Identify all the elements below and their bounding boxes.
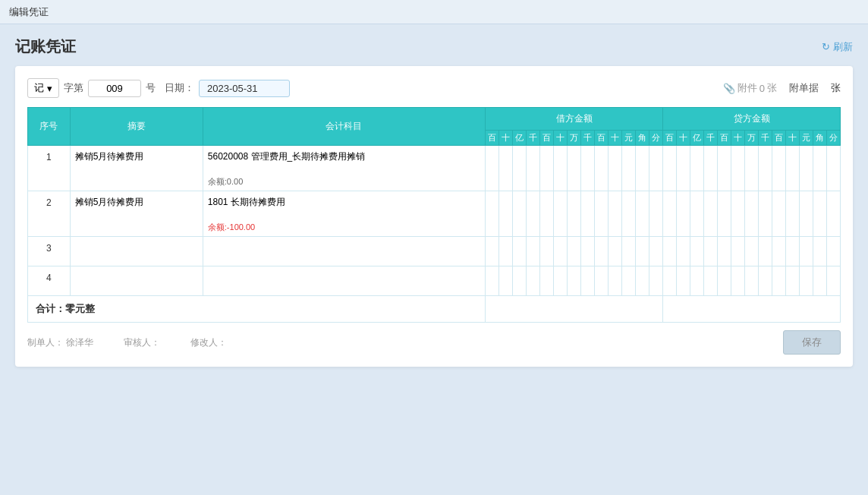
- credit-cell-2-5[interactable]: [731, 237, 745, 266]
- debit-cell-1-0[interactable]: [486, 191, 499, 237]
- debit-cell-3-10[interactable]: [622, 266, 636, 296]
- credit-cell-1-10[interactable]: [800, 191, 813, 237]
- debit-cell-3-7[interactable]: [581, 266, 595, 296]
- credit-cell-2-12[interactable]: [827, 237, 841, 266]
- credit-cell-3-12[interactable]: [827, 266, 841, 296]
- save-button[interactable]: 保存: [783, 330, 841, 355]
- debit-cell-0-5[interactable]: [554, 146, 568, 191]
- credit-cell-2-11[interactable]: [813, 237, 827, 266]
- credit-cell-3-8[interactable]: [772, 266, 786, 296]
- debit-cell-1-6[interactable]: [568, 191, 581, 237]
- credit-cell-1-7[interactable]: [759, 191, 772, 237]
- credit-cell-2-2[interactable]: [690, 237, 704, 266]
- debit-cell-2-4[interactable]: [540, 237, 554, 266]
- debit-cell-0-9[interactable]: [609, 146, 622, 191]
- table-row[interactable]: 2摊销5月待摊费用1801 长期待摊费用余额:-100.00: [28, 191, 841, 237]
- debit-cell-2-2[interactable]: [513, 237, 527, 266]
- debit-cell-0-7[interactable]: [581, 146, 595, 191]
- table-row[interactable]: 3: [28, 237, 841, 266]
- credit-cell-1-3[interactable]: [704, 191, 718, 237]
- credit-cell-0-8[interactable]: [772, 146, 786, 191]
- refresh-button[interactable]: ↻ 刷新: [822, 40, 853, 54]
- debit-cell-0-1[interactable]: [499, 146, 513, 191]
- credit-cell-3-7[interactable]: [759, 266, 772, 296]
- credit-cell-3-4[interactable]: [718, 266, 731, 296]
- debit-cell-2-6[interactable]: [568, 237, 581, 266]
- debit-cell-3-0[interactable]: [486, 266, 499, 296]
- debit-cell-3-5[interactable]: [554, 266, 568, 296]
- debit-cell-1-2[interactable]: [513, 191, 527, 237]
- credit-cell-1-1[interactable]: [677, 191, 690, 237]
- ji-select[interactable]: 记 ▾: [27, 78, 59, 98]
- zidi-input[interactable]: [88, 80, 141, 97]
- credit-cell-3-2[interactable]: [690, 266, 704, 296]
- debit-cell-1-4[interactable]: [540, 191, 554, 237]
- credit-cell-2-1[interactable]: [677, 237, 690, 266]
- date-input[interactable]: [199, 80, 290, 97]
- row-account-1[interactable]: 1801 长期待摊费用余额:-100.00: [203, 191, 485, 237]
- credit-cell-3-0[interactable]: [663, 266, 677, 296]
- credit-cell-2-10[interactable]: [800, 237, 813, 266]
- credit-cell-0-1[interactable]: [677, 146, 690, 191]
- debit-cell-1-7[interactable]: [581, 191, 595, 237]
- debit-cell-0-6[interactable]: [568, 146, 581, 191]
- credit-cell-3-9[interactable]: [786, 266, 800, 296]
- credit-cell-3-10[interactable]: [800, 266, 813, 296]
- credit-cell-3-3[interactable]: [704, 266, 718, 296]
- debit-cell-2-3[interactable]: [527, 237, 540, 266]
- debit-cell-1-10[interactable]: [622, 191, 636, 237]
- credit-cell-0-10[interactable]: [800, 146, 813, 191]
- debit-cell-3-1[interactable]: [499, 266, 513, 296]
- row-summary-2[interactable]: [70, 237, 203, 266]
- credit-cell-3-11[interactable]: [813, 266, 827, 296]
- credit-cell-0-4[interactable]: [718, 146, 731, 191]
- debit-cell-1-9[interactable]: [609, 191, 622, 237]
- debit-cell-3-11[interactable]: [636, 266, 649, 296]
- credit-cell-0-0[interactable]: [663, 146, 677, 191]
- debit-cell-2-10[interactable]: [622, 237, 636, 266]
- debit-cell-3-9[interactable]: [609, 266, 622, 296]
- debit-cell-2-9[interactable]: [609, 237, 622, 266]
- credit-cell-0-3[interactable]: [704, 146, 718, 191]
- credit-cell-1-8[interactable]: [772, 191, 786, 237]
- credit-cell-1-12[interactable]: [827, 191, 841, 237]
- credit-cell-1-5[interactable]: [731, 191, 745, 237]
- debit-cell-0-11[interactable]: [636, 146, 649, 191]
- credit-cell-2-4[interactable]: [718, 237, 731, 266]
- debit-cell-2-5[interactable]: [554, 237, 568, 266]
- credit-cell-2-8[interactable]: [772, 237, 786, 266]
- credit-cell-0-7[interactable]: [759, 146, 772, 191]
- attach-link[interactable]: 📎 附件 0 张: [723, 81, 777, 95]
- debit-cell-1-11[interactable]: [636, 191, 649, 237]
- credit-cell-0-12[interactable]: [827, 146, 841, 191]
- row-summary-1[interactable]: 摊销5月待摊费用: [70, 191, 203, 237]
- attach-single[interactable]: 附单据: [789, 81, 819, 95]
- credit-cell-1-6[interactable]: [745, 191, 759, 237]
- debit-cell-0-2[interactable]: [513, 146, 527, 191]
- debit-cell-0-12[interactable]: [649, 146, 663, 191]
- debit-cell-0-8[interactable]: [595, 146, 609, 191]
- debit-cell-3-3[interactable]: [527, 266, 540, 296]
- credit-cell-2-6[interactable]: [745, 237, 759, 266]
- row-account-2[interactable]: [203, 237, 485, 266]
- credit-cell-1-4[interactable]: [718, 191, 731, 237]
- credit-cell-2-9[interactable]: [786, 237, 800, 266]
- debit-cell-1-1[interactable]: [499, 191, 513, 237]
- debit-cell-2-12[interactable]: [649, 237, 663, 266]
- credit-cell-3-1[interactable]: [677, 266, 690, 296]
- row-summary-3[interactable]: [70, 266, 203, 296]
- credit-cell-2-3[interactable]: [704, 237, 718, 266]
- credit-cell-0-9[interactable]: [786, 146, 800, 191]
- debit-cell-2-7[interactable]: [581, 237, 595, 266]
- table-row[interactable]: 4: [28, 266, 841, 296]
- credit-cell-3-6[interactable]: [745, 266, 759, 296]
- debit-cell-3-8[interactable]: [595, 266, 609, 296]
- debit-cell-2-11[interactable]: [636, 237, 649, 266]
- credit-cell-0-11[interactable]: [813, 146, 827, 191]
- debit-cell-0-4[interactable]: [540, 146, 554, 191]
- row-summary-0[interactable]: 摊销5月待摊费用: [70, 146, 203, 191]
- credit-cell-1-0[interactable]: [663, 191, 677, 237]
- debit-cell-0-0[interactable]: [486, 146, 499, 191]
- debit-cell-2-0[interactable]: [486, 237, 499, 266]
- debit-cell-0-3[interactable]: [527, 146, 540, 191]
